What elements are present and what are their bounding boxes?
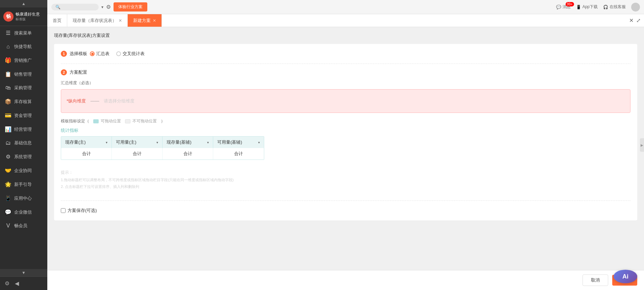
- tab-close-all-icon[interactable]: ✕: [629, 17, 634, 24]
- purchase-icon: 🛍: [5, 85, 11, 91]
- app-download-link[interactable]: 📱 App下载: [576, 4, 598, 10]
- sidebar-bottom: ⚙ ◀: [0, 276, 47, 290]
- step1-section: 1 选择模板 汇总表 交叉统计表: [61, 51, 630, 57]
- sidebar-item-app-center[interactable]: 📱 应用中心: [0, 191, 47, 205]
- sidebar-item-sales[interactable]: 📋 销售管理: [0, 67, 47, 81]
- col4-chevron-icon[interactable]: ▾: [258, 141, 260, 144]
- tab-new-plan[interactable]: 新建方案 ✕: [128, 14, 162, 27]
- step2-num: 2: [61, 69, 67, 75]
- trial-industry-button[interactable]: 体验行业方案: [114, 2, 147, 11]
- sidebar-item-label: 经营管理: [14, 126, 32, 132]
- sidebar-item-purchase[interactable]: 🛍 采购管理: [0, 81, 47, 95]
- sidebar-scroll-up[interactable]: ▲: [0, 0, 47, 7]
- stats-col-3[interactable]: 现存量(基辅) ▾: [163, 137, 213, 148]
- newbie-icon: 🌟: [5, 181, 11, 188]
- sidebar: ▲ 畅 畅康通好生意 标准版 ☰ 搜索菜单 ⌂ 快捷导航 🎁 营销推广 📋 销售…: [0, 0, 47, 290]
- legend-fixed-label: 不可拖动位置: [132, 118, 157, 124]
- stats-col-4[interactable]: 可用量(基辅) ▾: [213, 137, 264, 148]
- topbar-gear-icon[interactable]: ⚙: [106, 4, 111, 10]
- tab-inventory-close[interactable]: ✕: [119, 18, 122, 23]
- stats-cell-3: 合计: [163, 148, 213, 160]
- basic-icon: 🗂: [5, 140, 11, 146]
- topbar-right: 💬 消息 99+ 📱 App下载 🎧 在线客服: [556, 3, 640, 11]
- tab-inventory-label: 现存量（库存状况表）: [73, 18, 117, 24]
- stats-col-2[interactable]: 可用量(主) ▾: [112, 137, 163, 148]
- sidebar-item-vip[interactable]: V 畅会员: [0, 219, 47, 233]
- stats-col-1[interactable]: 现存量(主) ▾: [61, 137, 112, 148]
- sidebar-item-finance[interactable]: 💳 资金管理: [0, 108, 47, 122]
- col2-chevron-icon[interactable]: ▾: [156, 141, 158, 144]
- col3-chevron-icon[interactable]: ▾: [207, 141, 209, 144]
- indicators-label-close: ）: [161, 118, 165, 124]
- sidebar-item-enterprise[interactable]: 🤝 企业协同: [0, 164, 47, 177]
- radio-cross[interactable]: 交叉统计表: [116, 51, 145, 57]
- topbar: 🔍 ▾ ⚙ 体验行业方案 💬 消息 99+ 📱 App下载 🎧 在线客服: [47, 0, 644, 14]
- app-center-icon: 📱: [5, 195, 11, 201]
- save-checkbox[interactable]: [61, 208, 66, 213]
- legend-movable-box: [93, 119, 99, 123]
- sidebar-logo: 畅 畅康通好生意 标准版: [0, 7, 47, 26]
- sidebar-item-label: 企业协同: [14, 168, 32, 174]
- stats-col-4-label: 可用量(基辅): [217, 139, 242, 145]
- dimension-box[interactable]: *纵向维度 —— 请选择分组维度: [61, 89, 630, 113]
- step1-header: 1 选择模板 汇总表 交叉统计表: [61, 51, 630, 57]
- sidebar-scroll-down[interactable]: ▼: [0, 269, 47, 276]
- stats-col-1-label: 现存量(主): [65, 139, 86, 145]
- dimension-dash: ——: [91, 98, 101, 103]
- sales-icon: 📋: [5, 71, 11, 77]
- user-avatar[interactable]: [631, 3, 640, 11]
- tab-new-plan-close[interactable]: ✕: [153, 18, 156, 23]
- summary-dimension-label: 汇总维度（必选）: [61, 80, 630, 86]
- stats-col-2-label: 可用量(主): [116, 139, 137, 145]
- tips-text-2: 2. 点击标题栏下拉可设置排序、插入列和删除列: [61, 184, 630, 190]
- settings-icon[interactable]: ⚙: [5, 280, 9, 287]
- tips-title: 提示：: [61, 170, 630, 175]
- stats-cell-2: 合计: [112, 148, 163, 160]
- sidebar-item-system[interactable]: ⚙ 系统管理: [0, 150, 47, 164]
- home-icon: ⌂: [5, 44, 11, 50]
- sidebar-item-search[interactable]: ☰ 搜索菜单: [0, 26, 47, 40]
- indicators-label-text: 模板指标设定（: [61, 118, 89, 124]
- settings-panel: 1 选择模板 汇总表 交叉统计表: [54, 44, 637, 220]
- tab-home[interactable]: 首页: [47, 14, 67, 27]
- sidebar-item-label: 快捷导航: [14, 44, 32, 50]
- ai-bubble[interactable]: Ai: [614, 270, 637, 283]
- stats-table-body: 合计 合计 合计 合计: [61, 148, 264, 160]
- sidebar-item-label: 新手引导: [14, 182, 32, 188]
- sidebar-nav: ☰ 搜索菜单 ⌂ 快捷导航 🎁 营销推广 📋 销售管理 🛍 采购管理 📦 库存核…: [0, 26, 47, 269]
- radio-summary[interactable]: 汇总表: [90, 51, 109, 57]
- sidebar-item-newbie[interactable]: 🌟 新手引导: [0, 177, 47, 191]
- radio-summary-dot: [90, 51, 95, 56]
- radio-summary-label: 汇总表: [96, 51, 109, 57]
- online-service-link[interactable]: 🎧 在线客服: [603, 4, 626, 10]
- sidebar-item-wechat[interactable]: 💬 企业微信: [0, 205, 47, 219]
- bottom-bar: 取消 查询: [47, 270, 644, 290]
- messages-badge[interactable]: 💬 消息 99+: [556, 4, 571, 10]
- col1-chevron-icon[interactable]: ▾: [106, 141, 107, 144]
- sidebar-item-inventory[interactable]: 📦 库存核算: [0, 95, 47, 108]
- tab-inventory-status[interactable]: 现存量（库存状况表） ✕: [67, 14, 128, 27]
- topbar-dropdown-icon[interactable]: ▾: [101, 5, 103, 9]
- step2-label: 方案配置: [70, 69, 87, 75]
- enterprise-icon: 🤝: [5, 167, 11, 174]
- stats-table: 现存量(主) ▾ 可用量(主) ▾ 现存量(基辅) ▾ 可用量(基辅): [61, 136, 264, 160]
- right-collapse-handle[interactable]: ▶: [640, 138, 644, 152]
- cancel-button[interactable]: 取消: [583, 274, 608, 286]
- headset-icon: 🎧: [603, 5, 608, 9]
- tab-expand-icon[interactable]: ⤢: [636, 17, 641, 24]
- tab-new-plan-label: 新建方案: [133, 18, 151, 24]
- sidebar-item-operation[interactable]: 📊 经营管理: [0, 122, 47, 136]
- tabs-bar: 首页 现存量（库存状况表） ✕ 新建方案 ✕ ✕ ⤢: [47, 14, 644, 27]
- legend-fixed-box: [125, 119, 130, 123]
- vip-icon: V: [5, 223, 11, 229]
- sidebar-item-label: 资金管理: [14, 113, 32, 119]
- app-logo-icon: 畅: [3, 11, 14, 22]
- sidebar-item-quick-nav[interactable]: ⌂ 快捷导航: [0, 40, 47, 53]
- stats-table-header: 现存量(主) ▾ 可用量(主) ▾ 现存量(基辅) ▾ 可用量(基辅): [61, 137, 264, 148]
- collapse-icon[interactable]: ◀: [15, 280, 19, 287]
- sidebar-item-marketing[interactable]: 🎁 营销推广: [0, 53, 47, 67]
- sidebar-item-basic[interactable]: 🗂 基础信息: [0, 136, 47, 150]
- step1-label: 选择模板: [70, 51, 87, 57]
- step-divider: [61, 64, 630, 64]
- legend-fixed: 不可拖动位置: [125, 118, 157, 124]
